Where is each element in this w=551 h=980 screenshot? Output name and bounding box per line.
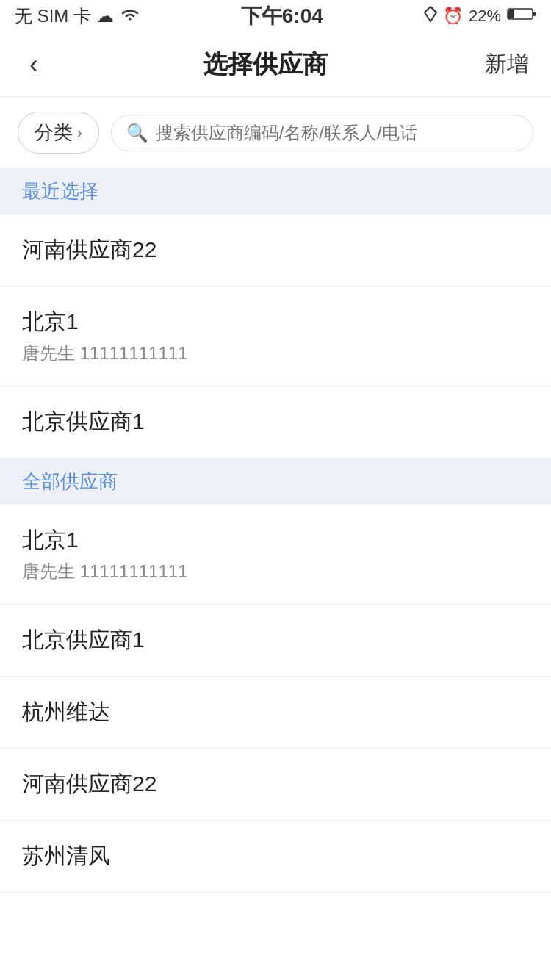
supplier-name: 河南供应商22 <box>22 769 529 799</box>
supplier-contact: 唐先生 11111111111 <box>22 560 529 583</box>
status-left: 无 SIM 卡 ☁ <box>15 4 140 28</box>
search-input[interactable] <box>156 123 518 143</box>
no-sim-label: 无 SIM 卡 ☁ <box>15 4 114 28</box>
page-title: 选择供应商 <box>203 48 328 82</box>
svg-rect-1 <box>533 12 536 16</box>
wifi-icon <box>120 6 140 26</box>
list-item[interactable]: 杭州维达 <box>0 677 551 749</box>
svg-rect-2 <box>508 10 514 18</box>
all-items-list: 北京1 唐先生 11111111111 北京供应商1 杭州维达 河南供应商22 … <box>0 505 551 893</box>
search-box: 🔍 <box>111 115 533 151</box>
back-button[interactable]: ‹ <box>22 42 46 87</box>
chevron-right-icon: › <box>77 124 82 141</box>
supplier-name: 杭州维达 <box>22 697 529 727</box>
add-button[interactable]: 新增 <box>485 49 529 79</box>
supplier-contact: 唐先生 11111111111 <box>22 342 529 365</box>
all-section-label: 全部供应商 <box>22 470 118 492</box>
recent-section-header: 最近选择 <box>0 168 551 215</box>
status-right: ⏰ 22% <box>424 6 536 26</box>
status-time: 下午6:04 <box>241 2 323 30</box>
search-icon: 🔍 <box>126 123 148 143</box>
battery-icon <box>507 7 536 26</box>
list-item[interactable]: 北京1 唐先生 11111111111 <box>0 505 551 605</box>
list-item[interactable]: 河南供应商22 <box>0 749 551 821</box>
category-label: 分类 <box>35 120 73 145</box>
status-bar: 无 SIM 卡 ☁ 下午6:04 ⏰ 22% <box>0 0 551 32</box>
list-item[interactable]: 北京供应商1 <box>0 386 551 458</box>
nav-bar: ‹ 选择供应商 新增 <box>0 32 551 97</box>
alarm-icon: ⏰ <box>443 7 463 26</box>
supplier-name: 河南供应商22 <box>22 235 529 265</box>
all-section-header: 全部供应商 <box>0 458 551 505</box>
list-item[interactable]: 河南供应商22 <box>0 215 551 287</box>
supplier-name: 北京1 <box>22 525 529 555</box>
category-button[interactable]: 分类 › <box>18 112 99 154</box>
list-item[interactable]: 北京1 唐先生 11111111111 <box>0 287 551 386</box>
supplier-name: 北京1 <box>22 307 529 337</box>
list-item[interactable]: 苏州清风 <box>0 821 551 893</box>
supplier-name: 北京供应商1 <box>22 407 529 437</box>
filter-bar: 分类 › 🔍 <box>0 97 551 168</box>
supplier-name: 苏州清风 <box>22 841 529 871</box>
battery-label: 22% <box>469 7 501 26</box>
list-item[interactable]: 北京供应商1 <box>0 605 551 677</box>
location-icon <box>424 6 437 26</box>
supplier-name: 北京供应商1 <box>22 625 529 655</box>
recent-items-list: 河南供应商22 北京1 唐先生 11111111111 北京供应商1 <box>0 215 551 458</box>
recent-section-label: 最近选择 <box>22 180 98 202</box>
